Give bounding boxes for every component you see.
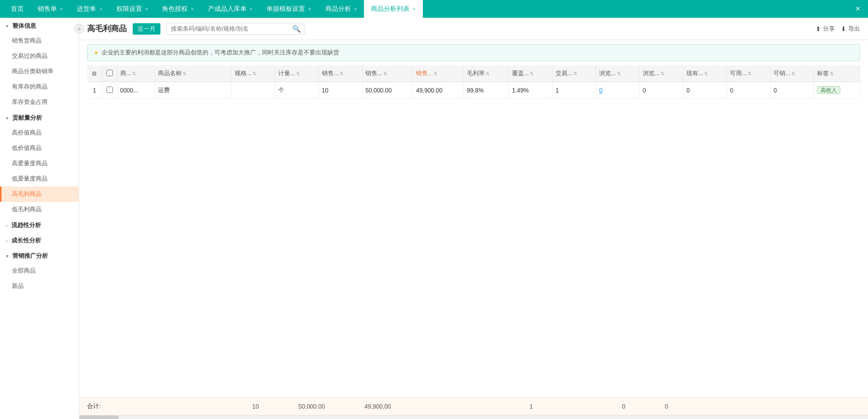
- close-icon[interactable]: ×: [250, 6, 253, 12]
- footer-available: 0: [665, 403, 668, 410]
- col-sales-amt[interactable]: 销售...⇅: [362, 65, 413, 82]
- col-available[interactable]: 可用...⇅: [727, 65, 770, 82]
- close-icon[interactable]: ×: [99, 6, 102, 12]
- content-header: 高毛利商品 近一月 🔍 ⬆ 分享 ⬇ 导出: [79, 18, 868, 40]
- chevron-right-icon: ›: [6, 223, 7, 228]
- close-icon[interactable]: ×: [191, 6, 194, 12]
- sidebar-item-low-love[interactable]: 低爱量度商品: [0, 171, 79, 186]
- cell-sales-amt: 50,000.00: [362, 82, 413, 99]
- info-icon: ✦: [94, 49, 99, 56]
- nav-home[interactable]: 首页: [4, 0, 31, 18]
- sidebar-item-sales-goods[interactable]: 销售货商品: [0, 33, 79, 48]
- col-current[interactable]: 现有...⇅: [683, 65, 727, 82]
- cell-browse1[interactable]: 0: [596, 82, 640, 99]
- sidebar-section-trend[interactable]: › 流趋性分析: [0, 217, 79, 233]
- nav-purchase[interactable]: 进货单 ×: [70, 0, 109, 18]
- time-filter-button[interactable]: 近一月: [133, 23, 160, 35]
- table-row: 1 0000... 运费 个 10 50,000.00 49,900.00 99…: [87, 82, 860, 99]
- cell-available: 0: [727, 82, 770, 99]
- nav-sales[interactable]: 销售单 ×: [31, 0, 70, 18]
- table-header-row: ⚙ 商...⇅ 商品名称⇅ 规格...⇅ 计量...⇅ 销售...⇅ 销售...…: [87, 65, 860, 82]
- cell-gross-rate: 99.8%: [463, 82, 509, 99]
- sidebar-section-marketing[interactable]: ▾ 营销推广分析: [0, 248, 79, 263]
- sidebar-section-contribution[interactable]: ▾ 贡献量分析: [0, 110, 79, 125]
- sidebar-item-low-value[interactable]: 低价值商品: [0, 140, 79, 156]
- nav-permissions[interactable]: 权限设置 ×: [109, 0, 155, 18]
- cell-index: 1: [87, 82, 102, 99]
- close-icon[interactable]: ×: [60, 6, 63, 12]
- sidebar-item-low-margin[interactable]: 低毛利商品: [0, 202, 79, 217]
- cell-unit: 个: [275, 82, 318, 99]
- col-coverage[interactable]: 覆盖...⇅: [509, 65, 552, 82]
- share-icon: ⬆: [816, 25, 821, 33]
- col-code[interactable]: 商...⇅: [117, 65, 155, 82]
- sidebar-item-high-love[interactable]: 高爱量度商品: [0, 156, 79, 171]
- info-banner: ✦ 企业的主要的利润都是这部分商品创造的，可考虑加大推广，同时关注库存是不要出现…: [87, 44, 860, 61]
- header-actions: ⬆ 分享 ⬇ 导出: [816, 25, 860, 33]
- cell-sales-net: 49,900.00: [413, 82, 464, 99]
- close-icon[interactable]: ×: [354, 6, 357, 12]
- footer-sales-net: 49,900.00: [364, 403, 391, 410]
- bottom-scrollbar[interactable]: [79, 415, 868, 419]
- search-icon[interactable]: 🔍: [292, 25, 301, 33]
- sidebar-item-traded-goods[interactable]: 交易过的商品: [0, 48, 79, 64]
- sidebar-section-growth[interactable]: › 成长性分析: [0, 233, 79, 248]
- col-trade[interactable]: 交易...⇅: [553, 65, 596, 82]
- close-icon[interactable]: ×: [412, 6, 415, 12]
- close-icon[interactable]: ×: [308, 6, 311, 12]
- footer-totals: 合计: 10 50,000.00 49,900.00 1 0 0: [79, 397, 868, 415]
- chevron-down-icon: ▾: [6, 116, 8, 121]
- col-sellable[interactable]: 可销...⇅: [770, 65, 814, 82]
- col-browse1[interactable]: 浏览...⇅: [596, 65, 640, 82]
- sidebar-item-stock-capital[interactable]: 库存资金占用: [0, 94, 79, 110]
- row-checkbox[interactable]: [106, 87, 113, 93]
- share-button[interactable]: ⬆ 分享: [816, 25, 835, 33]
- close-icon[interactable]: ×: [145, 6, 148, 12]
- sidebar-section-overview[interactable]: ▾ 整体信息: [0, 18, 79, 33]
- col-spec[interactable]: 规格...⇅: [231, 65, 275, 82]
- nav-template-settings[interactable]: 单据模板设置 ×: [259, 0, 318, 18]
- product-table: ⚙ 商...⇅ 商品名称⇅ 规格...⇅ 计量...⇅ 销售...⇅ 销售...…: [87, 65, 860, 99]
- sidebar: ▾ 整体信息 销售货商品 交易过的商品 商品分类助销率 有库存的商品 库存资金占…: [0, 18, 79, 419]
- col-unit[interactable]: 计量...⇅: [275, 65, 318, 82]
- search-box: 🔍: [166, 23, 305, 35]
- cell-code: 0000...: [117, 82, 155, 99]
- col-browse2[interactable]: 浏览...⇅: [640, 65, 683, 82]
- chevron-down-icon: ▾: [6, 254, 8, 259]
- footer-sales-amt: 50,000.00: [299, 403, 325, 410]
- tag-badge: 高收入: [817, 86, 840, 94]
- col-gross-rate[interactable]: 毛利率⇅: [463, 65, 509, 82]
- col-settings[interactable]: ⚙: [87, 65, 102, 82]
- export-button[interactable]: ⬇ 导出: [841, 25, 860, 33]
- nav-product-analysis-list[interactable]: 商品分析列表 ×: [364, 0, 422, 18]
- col-name[interactable]: 商品名称⇅: [155, 65, 231, 82]
- col-sales-qty[interactable]: 销售...⇅: [318, 65, 362, 82]
- sidebar-item-new-goods[interactable]: 新品: [0, 279, 79, 294]
- top-navigation: 首页 销售单 × 进货单 × 权限设置 × 角色授权 × 产成品入库单 × 单据…: [0, 0, 868, 18]
- sidebar-collapse-button[interactable]: «: [74, 24, 84, 34]
- nav-roles[interactable]: 角色授权 ×: [155, 0, 201, 18]
- col-tag[interactable]: 标签⇅: [814, 65, 860, 82]
- cell-checkbox[interactable]: [102, 82, 117, 99]
- select-all-checkbox[interactable]: [106, 70, 113, 76]
- sidebar-item-category-rate[interactable]: 商品分类助销率: [0, 64, 79, 79]
- close-all-button[interactable]: ×: [852, 4, 864, 13]
- cell-trade: 1: [553, 82, 596, 99]
- col-sales-net[interactable]: 销售...⇅: [413, 65, 464, 82]
- sidebar-item-all-goods[interactable]: 全部商品: [0, 263, 79, 279]
- col-checkbox[interactable]: [102, 65, 117, 82]
- cell-browse2: 0: [640, 82, 683, 99]
- cell-current: 0: [683, 82, 727, 99]
- nav-product-inbound[interactable]: 产成品入库单 ×: [201, 0, 259, 18]
- nav-product-analysis[interactable]: 商品分析 ×: [318, 0, 364, 18]
- footer-current: 0: [622, 403, 625, 410]
- cell-sellable: 0: [770, 82, 814, 99]
- sidebar-item-stocked-goods[interactable]: 有库存的商品: [0, 79, 79, 94]
- search-input[interactable]: [171, 25, 290, 32]
- sidebar-item-high-value[interactable]: 高价值商品: [0, 125, 79, 140]
- sidebar-item-high-margin[interactable]: 高毛利商品: [0, 186, 79, 202]
- footer-trade: 1: [529, 403, 533, 410]
- main-layout: ▾ 整体信息 销售货商品 交易过的商品 商品分类助销率 有库存的商品 库存资金占…: [0, 18, 868, 419]
- table-container: ⚙ 商...⇅ 商品名称⇅ 规格...⇅ 计量...⇅ 销售...⇅ 销售...…: [79, 65, 868, 397]
- cell-tag: 高收入: [814, 82, 860, 99]
